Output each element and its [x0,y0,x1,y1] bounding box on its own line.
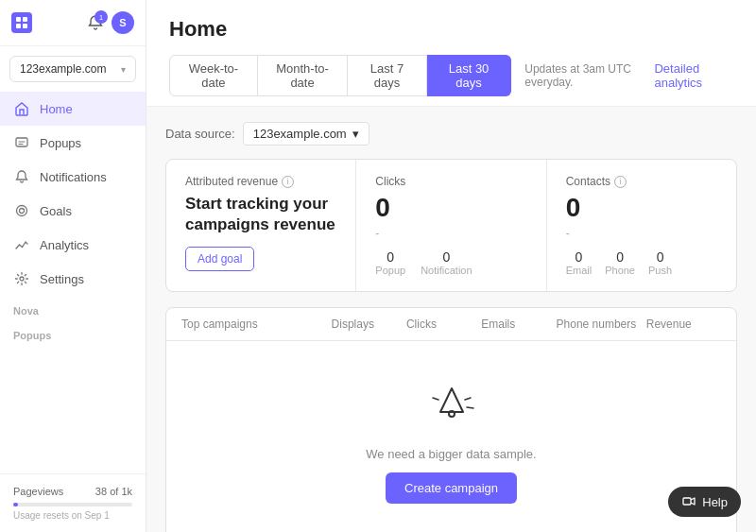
push-label: Push [648,265,672,276]
sidebar-item-label: Analytics [40,238,89,252]
contacts-info-icon[interactable]: i [614,176,627,188]
popups-icon [13,134,30,151]
th-clicks: Clicks [406,317,481,331]
chevron-down-icon: ▾ [352,127,359,141]
th-displays: Displays [332,317,406,331]
reset-text: Usage resets on Sep 1 [13,510,132,521]
email-value: 0 [566,249,593,265]
domain-value: 123example.com [20,62,106,76]
revenue-label: Attributed revenue i [185,175,336,188]
th-campaigns: Top campaigns [181,317,332,331]
app-logo-icon [11,12,32,33]
svg-rect-2 [16,24,21,28]
popup-label: Popup [375,265,405,276]
svg-point-7 [20,277,24,281]
th-phones: Phone numbers [557,317,646,331]
revenue-heading: Start tracking your campaigns revenue [185,194,336,235]
notification-badge: 1 [94,10,108,24]
sidebar-item-label: Goals [40,204,72,218]
phone-label: Phone [605,265,635,276]
sidebar-item-settings[interactable]: Settings [0,262,146,296]
sidebar-top-icons: 1 S [87,11,134,34]
empty-text: We need a bigger data sample. [366,447,536,461]
email-stat: 0 Email [566,249,593,276]
svg-line-9 [465,398,471,400]
main-content: Home Week-to-date Month-to-date Last 7 d… [146,0,756,532]
contacts-label: Contacts i [566,175,717,188]
analytics-icon [13,236,30,253]
stat-card-contacts: Contacts i 0 - 0 Email 0 Phone 0 [547,160,736,291]
update-text: Updates at 3am UTC everyday. [524,62,654,89]
tab-7days[interactable]: Last 7 days [348,55,427,96]
th-revenue: Revenue [646,317,721,331]
svg-line-11 [433,398,438,400]
sidebar-item-label: Home [40,102,73,116]
clicks-value: 0 [375,194,526,223]
revenue-info-icon[interactable]: i [282,176,294,188]
data-source-label: Data source: [165,127,235,141]
tab-30days[interactable]: Last 30 days [427,55,511,96]
main-header: Home Week-to-date Month-to-date Last 7 d… [146,0,756,107]
bell-icon [13,168,30,185]
notification-stat: 0 Notification [421,249,472,276]
stat-card-clicks: Clicks 0 - 0 Popup 0 Notification [356,160,546,291]
data-source-select[interactable]: 123example.com ▾ [243,122,369,146]
stats-cards: Attributed revenue i Start tracking your… [165,159,737,292]
settings-icon [13,270,30,287]
section-nova: Nova [0,296,146,320]
sidebar-item-label: Popups [40,136,81,150]
contacts-value: 0 [566,194,717,223]
tabs-row: Week-to-date Month-to-date Last 7 days L… [169,55,733,96]
data-source-row: Data source: 123example.com ▾ [165,122,737,146]
tab-month[interactable]: Month-to-date [258,55,348,96]
phone-stat: 0 Phone [605,249,635,276]
pageviews-progress-bg [13,503,132,506]
sidebar-item-home[interactable]: Home [0,92,146,126]
sidebar-logo [11,12,32,33]
clicks-label: Clicks [375,175,526,188]
pageviews-row: Pageviews 38 of 1k [13,486,132,497]
notification-label: Notification [421,265,472,276]
popup-stat: 0 Popup [375,249,405,276]
svg-rect-1 [23,17,27,22]
svg-line-10 [467,407,473,408]
sidebar-item-popups[interactable]: Popups [0,126,146,160]
notifications-icon-btn[interactable]: 1 [87,14,104,31]
phone-value: 0 [605,249,635,265]
user-avatar[interactable]: S [112,11,134,34]
empty-state: We need a bigger data sample. Create cam… [166,341,736,532]
domain-selector[interactable]: 123example.com ▾ [9,56,136,82]
table-header: Top campaigns Displays Clicks Emails Pho… [166,308,736,341]
th-emails: Emails [481,317,556,331]
popup-value: 0 [375,249,405,265]
sidebar-item-analytics[interactable]: Analytics [0,228,146,262]
home-icon [13,100,30,117]
svg-rect-0 [16,17,21,22]
sidebar-item-notifications[interactable]: Notifications [0,160,146,194]
sidebar-item-goals[interactable]: Goals [0,194,146,228]
sidebar-nav: Home Popups Notifications [0,88,146,473]
sidebar: 1 S 123example.com ▾ Home [0,0,146,532]
content-area: Data source: 123example.com ▾ Attributed… [146,107,756,532]
svg-point-8 [449,411,455,417]
pageviews-label: Pageviews [13,486,63,497]
clicks-sub-stats: 0 Popup 0 Notification [375,249,526,276]
page-title: Home [169,17,733,42]
sidebar-bottom: Pageviews 38 of 1k Usage resets on Sep 1 [0,473,146,532]
empty-state-icon [423,379,480,436]
push-stat: 0 Push [648,249,672,276]
sidebar-top: 1 S [0,0,146,46]
clicks-sub: - [375,227,526,240]
email-label: Email [566,265,593,276]
pageviews-value: 38 of 1k [95,486,132,497]
create-campaign-button[interactable]: Create campaign [386,472,517,504]
tab-week[interactable]: Week-to-date [169,55,258,96]
help-button[interactable]: Help [668,487,741,517]
detailed-analytics-link[interactable]: Detailed analytics [654,61,733,90]
svg-point-5 [17,206,27,216]
svg-rect-3 [23,24,27,28]
svg-point-6 [20,209,25,214]
campaigns-table: Top campaigns Displays Clicks Emails Pho… [165,307,737,532]
add-goal-button[interactable]: Add goal [185,247,254,271]
notification-value: 0 [421,249,472,265]
